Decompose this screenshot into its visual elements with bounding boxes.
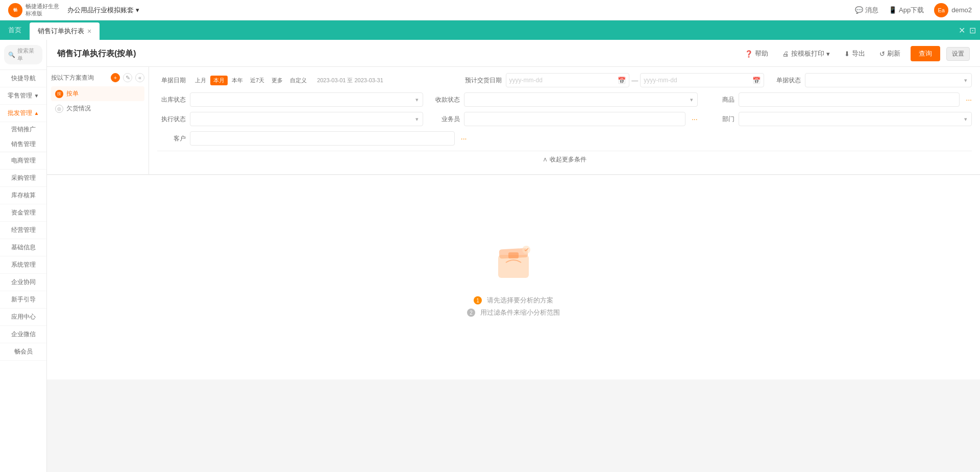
sales-label: 销售管理 xyxy=(11,140,36,148)
expected-end-input[interactable]: yyyy-mm-dd 📅 xyxy=(640,73,764,87)
query-btn[interactable]: 查询 xyxy=(911,46,940,61)
app-download-btn[interactable]: 📱 App下载 xyxy=(889,6,924,15)
content-area: 销售订单执行表(按单) ❓ 帮助 🖨 按模板打印 ▾ ⬇ 导出 ↺ 刷新 xyxy=(47,40,980,472)
avatar: Ea xyxy=(934,3,948,17)
order-status-arrow: ▾ xyxy=(964,77,967,84)
refresh-icon: ↺ xyxy=(879,50,885,58)
filter-customer-field: 客户 ··· xyxy=(157,131,467,146)
avatar-text: Ea xyxy=(938,7,945,13)
window-close-icon[interactable]: ✕ xyxy=(959,26,965,35)
export-icon: ⬇ xyxy=(844,50,850,58)
sidebar-item-basic-info[interactable]: 基础信息 xyxy=(0,239,46,256)
filter-expected-delivery-field: 预计交货日期 yyyy-mm-dd 📅 — yyyy-mm-dd 📅 xyxy=(465,73,765,87)
collapse-btn[interactable]: ∧ 收起更多条件 xyxy=(157,151,972,168)
sidebar-item-ecommerce[interactable]: 电商管理 xyxy=(0,152,46,170)
window-expand-icon[interactable]: ⊡ xyxy=(969,26,976,35)
scheme-header: 按以下方案查询 + ✎ « xyxy=(51,73,144,82)
settings-btn[interactable]: 设置 xyxy=(946,47,970,61)
tab-active[interactable]: 销售订单执行表 × xyxy=(30,22,100,40)
sidebar-item-cooperation[interactable]: 企业协同 xyxy=(0,274,46,291)
order-status-select[interactable]: ▾ xyxy=(805,73,972,87)
print-btn[interactable]: 🖨 按模板打印 ▾ xyxy=(778,47,834,60)
goods-input[interactable] xyxy=(739,92,960,107)
exec-status-select[interactable]: ▾ xyxy=(190,112,423,126)
sidebar-item-quick-nav[interactable]: 快捷导航 xyxy=(0,70,46,87)
ship-status-select[interactable]: ▾ xyxy=(190,92,423,107)
date-tab-this-year[interactable]: 本年 xyxy=(229,76,246,85)
customer-input[interactable] xyxy=(190,131,455,146)
export-btn[interactable]: ⬇ 导出 xyxy=(840,47,869,60)
sidebar-item-inventory[interactable]: 库存核算 xyxy=(0,187,46,204)
date-tab-7days[interactable]: 近7天 xyxy=(247,76,267,85)
filter-salesman-field: 业务员 ··· xyxy=(431,112,697,126)
expected-delivery-range: yyyy-mm-dd 📅 — yyyy-mm-dd 📅 xyxy=(506,73,765,87)
date-tab-last-month[interactable]: 上月 xyxy=(192,76,209,85)
scheme-edit-btn[interactable]: ✎ xyxy=(123,73,132,82)
sidebar-item-system[interactable]: 系统管理 xyxy=(0,256,46,274)
message-label: 消息 xyxy=(865,6,878,15)
sidebar-item-wholesale[interactable]: 批发管理 ▲ xyxy=(0,105,46,122)
filter-row-3: 执行状态 ▾ 业务员 ··· 部门 xyxy=(157,112,972,126)
start-date-icon: 📅 xyxy=(618,77,626,84)
scheme-icon-按单: 按 xyxy=(55,90,63,98)
sidebar-item-operations[interactable]: 经营管理 xyxy=(0,222,46,239)
goods-dots-btn[interactable]: ··· xyxy=(966,96,972,104)
scheme-edit-icon: ✎ xyxy=(126,75,130,81)
sidebar-item-newuser[interactable]: 新手引导 xyxy=(0,291,46,309)
app-name-label: 办公用品行业模拟账套 xyxy=(67,6,134,15)
message-btn[interactable]: 💬 消息 xyxy=(855,6,878,15)
payment-status-select[interactable]: ▾ xyxy=(464,92,697,107)
payment-status-arrow: ▾ xyxy=(690,97,693,103)
department-arrow: ▾ xyxy=(964,116,967,123)
date-tab-more[interactable]: 更多 xyxy=(268,76,286,85)
scheme-icons: + ✎ « xyxy=(111,73,144,82)
end-date-icon: 📅 xyxy=(752,77,761,84)
help-btn[interactable]: ❓ 帮助 xyxy=(741,47,772,60)
search-placeholder: 搜索菜单 xyxy=(17,47,38,62)
sidebar-item-wechat[interactable]: 企业微信 xyxy=(0,326,46,343)
sidebar-item-member[interactable]: 畅会员 xyxy=(0,343,46,361)
tab-active-label: 销售订单执行表 xyxy=(38,27,84,36)
tab-home[interactable]: 首页 xyxy=(0,20,30,40)
date-range-text: 2023-03-01 至 2023-03-31 xyxy=(317,77,383,84)
filter-scheme-panel: 按以下方案查询 + ✎ « 按 xyxy=(47,67,149,174)
empty-illustration xyxy=(488,234,539,286)
print-dropdown-icon: ▾ xyxy=(826,50,830,58)
export-label: 导出 xyxy=(852,49,865,58)
date-tab-custom[interactable]: 自定义 xyxy=(287,76,310,85)
sidebar-item-marketing[interactable]: 营销推广 xyxy=(0,122,46,137)
refresh-btn[interactable]: ↺ 刷新 xyxy=(875,47,904,60)
sidebar-item-appcenter[interactable]: 应用中心 xyxy=(0,309,46,326)
date-tab-this-month[interactable]: 本月 xyxy=(210,76,228,85)
download-icon: 📱 xyxy=(889,6,897,14)
salesman-input[interactable] xyxy=(464,112,685,126)
tab-close-btn[interactable]: × xyxy=(87,27,91,35)
sidebar-item-retail[interactable]: 零售管理 ▼ xyxy=(0,87,46,105)
user-area[interactable]: Ea demo2 xyxy=(934,3,972,17)
filter-exec-status-field: 执行状态 ▾ xyxy=(157,112,423,126)
salesman-dots-btn[interactable]: ··· xyxy=(692,115,698,123)
scheme-collapse-btn[interactable]: « xyxy=(135,73,144,82)
department-select[interactable]: ▾ xyxy=(739,112,972,126)
print-icon: 🖨 xyxy=(782,50,789,58)
sidebar-item-sales[interactable]: 销售管理 xyxy=(0,137,46,152)
header-left: 畅 畅捷通好生意 标准版 办公用品行业模拟账套 ▾ xyxy=(8,3,143,17)
svg-rect-2 xyxy=(508,252,519,258)
app-dropdown[interactable]: 办公用品行业模拟账套 ▾ xyxy=(63,4,143,17)
main-layout: 🔍 搜索菜单 快捷导航 零售管理 ▼ 批发管理 ▲ 营销推广 销售管理 电商管理 xyxy=(0,40,980,472)
page-header: 销售订单执行表(按单) ❓ 帮助 🖨 按模板打印 ▾ ⬇ 导出 ↺ 刷新 xyxy=(47,40,980,67)
message-icon: 💬 xyxy=(855,6,863,14)
scheme-item-欠货[interactable]: ◎ 欠货情况 xyxy=(51,101,144,116)
sidebar-item-finance[interactable]: 资金管理 xyxy=(0,204,46,222)
expected-start-input[interactable]: yyyy-mm-dd 📅 xyxy=(506,73,630,87)
start-placeholder: yyyy-mm-dd xyxy=(509,77,543,84)
customer-dots-btn[interactable]: ··· xyxy=(461,134,467,143)
sidebar-sub-section: 营销推广 销售管理 xyxy=(0,122,46,152)
expected-delivery-label: 预计交货日期 xyxy=(465,76,502,85)
scheme-item-按单[interactable]: 按 按单 xyxy=(51,86,144,101)
sidebar-item-purchase[interactable]: 采购管理 xyxy=(0,170,46,187)
search-input[interactable]: 🔍 搜索菜单 xyxy=(4,45,42,64)
department-label: 部门 xyxy=(706,115,734,124)
scheme-add-btn[interactable]: + xyxy=(111,73,120,82)
ship-status-arrow: ▾ xyxy=(415,97,419,103)
